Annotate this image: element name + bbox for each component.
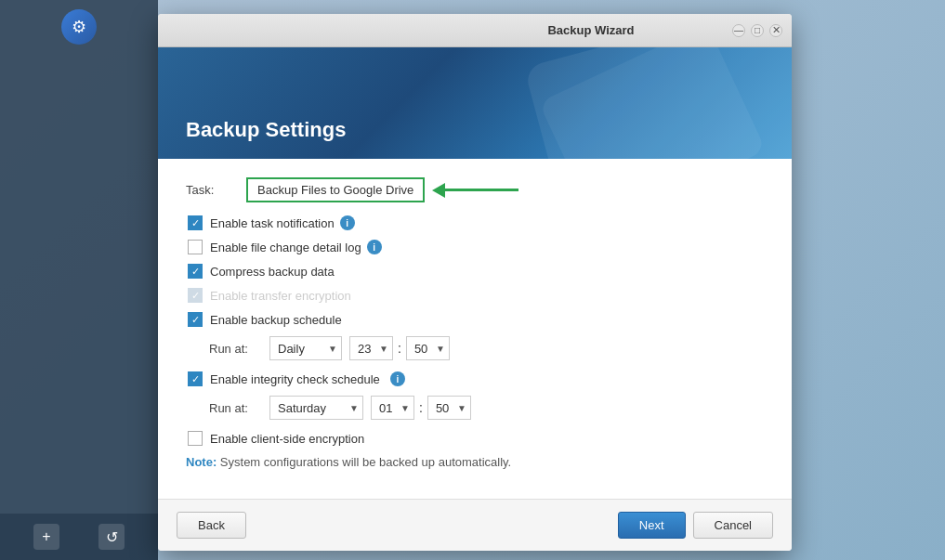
footer-right-buttons: Next Cancel (618, 512, 773, 539)
enable-task-notification-row: ✓ Enable task notification i (188, 215, 764, 230)
backup-run-at-label: Run at: (209, 342, 260, 356)
enable-task-notification-checkbox[interactable]: ✓ (188, 215, 203, 230)
enable-backup-schedule-checkbox[interactable]: ✓ (188, 312, 203, 327)
enable-integrity-check-checkbox[interactable]: ✓ (188, 371, 203, 386)
enable-file-change-detail-log-info-icon[interactable]: i (367, 240, 382, 254)
arrow-head (432, 183, 445, 198)
checkmark-icon: ✓ (191, 291, 200, 301)
window-footer: Back Next Cancel (158, 499, 792, 551)
integrity-run-at-label: Run at: (209, 401, 260, 415)
header-title: Backup Settings (186, 118, 346, 142)
checkmark-icon: ✓ (191, 374, 200, 384)
arrow-line (444, 189, 518, 191)
enable-transfer-encryption-label: Enable transfer encryption (210, 289, 351, 303)
taskbar-left: ⚙ (0, 0, 158, 560)
checkmark-icon: ✓ (191, 315, 200, 325)
enable-backup-schedule-label: Enable backup schedule (210, 313, 342, 327)
enable-integrity-check-row: ✓ Enable integrity check schedule i (188, 371, 764, 386)
integrity-hour-select-wrapper: 01 ▼ (371, 396, 414, 420)
backup-hour-select[interactable]: 23 (349, 336, 393, 360)
task-row: Task: Backup Files to Google Drive (186, 177, 764, 202)
enable-file-change-detail-log-label: Enable file change detail log (210, 241, 361, 254)
enable-transfer-encryption-checkbox[interactable]: ✓ (188, 288, 203, 303)
window-controls: — □ ✕ (732, 24, 782, 37)
window-header: Backup Settings (158, 47, 792, 159)
backup-minute-select-wrapper: 50 ▼ (406, 336, 450, 360)
backup-schedule-run-at-row: Run at: Daily Weekly Monthly ▼ 23 ▼ : (209, 336, 764, 360)
enable-client-encryption-row: Enable client-side encryption (188, 431, 764, 446)
cancel-button[interactable]: Cancel (693, 512, 773, 539)
enable-file-change-detail-log-checkbox[interactable] (188, 240, 203, 254)
time-colon: : (398, 341, 401, 356)
enable-task-notification-label: Enable task notification (210, 216, 335, 230)
enable-client-encryption-label: Enable client-side encryption (210, 432, 364, 446)
window-title: Backup Wizard (450, 23, 732, 37)
integrity-hour-select[interactable]: 01 (371, 396, 414, 420)
checkmark-icon: ✓ (191, 267, 200, 277)
integrity-minute-select-wrapper: 50 ▼ (427, 396, 471, 420)
enable-backup-schedule-row: ✓ Enable backup schedule (188, 312, 764, 327)
compress-backup-data-label: Compress backup data (210, 265, 335, 279)
app-icon[interactable]: ⚙ (61, 9, 97, 45)
taskbar-bottom: + ↺ (0, 514, 158, 560)
note-label: Note: (186, 455, 217, 469)
desktop: ⚙ + ↺ Backup Wizard — □ ✕ Backup Setting… (0, 0, 945, 560)
enable-transfer-encryption-row: ✓ Enable transfer encryption (188, 288, 764, 303)
integrity-minute-select[interactable]: 50 (427, 396, 471, 420)
integrity-time-colon: : (419, 400, 423, 415)
task-label: Task: (186, 183, 237, 197)
integrity-day-select[interactable]: Saturday Sunday Monday Tuesday Wednesday… (269, 396, 363, 420)
back-button[interactable]: Back (177, 512, 246, 539)
window-body: Task: Backup Files to Google Drive ✓ Ena… (158, 159, 792, 499)
backup-minute-select[interactable]: 50 (406, 336, 450, 360)
history-icon[interactable]: ↺ (98, 524, 125, 550)
backup-frequency-select-wrapper: Daily Weekly Monthly ▼ (269, 336, 342, 360)
compress-backup-data-row: ✓ Compress backup data (188, 264, 764, 279)
add-icon[interactable]: + (33, 524, 59, 550)
enable-integrity-check-label: Enable integrity check schedule (210, 372, 380, 386)
integrity-day-select-wrapper: Saturday Sunday Monday Tuesday Wednesday… (269, 396, 363, 420)
integrity-check-info-icon[interactable]: i (390, 371, 405, 386)
enable-task-notification-info-icon[interactable]: i (340, 215, 355, 230)
maximize-button[interactable]: □ (751, 24, 764, 37)
compress-backup-data-checkbox[interactable]: ✓ (188, 264, 203, 279)
note-text: System configurations will be backed up … (220, 455, 511, 469)
integrity-schedule-run-at-row: Run at: Saturday Sunday Monday Tuesday W… (209, 396, 764, 420)
backup-hour-select-wrapper: 23 ▼ (349, 336, 393, 360)
note-row: Note: System configurations will be back… (186, 455, 764, 469)
task-name-box: Backup Files to Google Drive (246, 177, 425, 202)
close-button[interactable]: ✕ (769, 24, 782, 37)
window-titlebar: Backup Wizard — □ ✕ (158, 14, 792, 47)
backup-wizard-window: Backup Wizard — □ ✕ Backup Settings Task… (158, 14, 792, 551)
enable-client-encryption-checkbox[interactable] (188, 431, 203, 446)
enable-file-change-detail-log-row: Enable file change detail log i (188, 240, 764, 254)
minimize-button[interactable]: — (732, 24, 745, 37)
backup-frequency-select[interactable]: Daily Weekly Monthly (269, 336, 342, 360)
arrow-annotation (432, 183, 518, 198)
next-button[interactable]: Next (618, 512, 686, 539)
checkmark-icon: ✓ (191, 218, 200, 228)
